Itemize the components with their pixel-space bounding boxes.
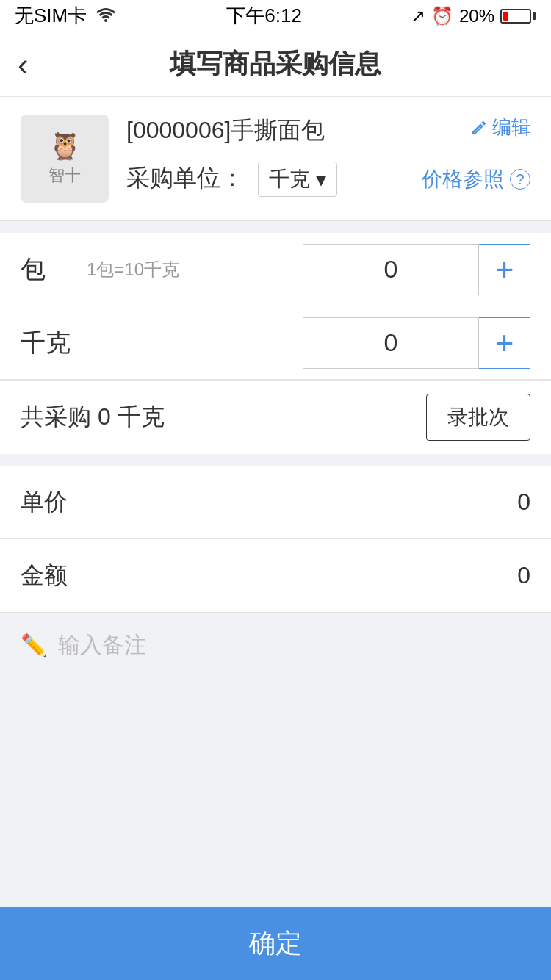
unit-price-label: 单价 xyxy=(21,486,68,519)
summary-section: 共采购 0 千克 录批次 xyxy=(0,380,551,454)
bag-label: 包 xyxy=(21,253,79,287)
input-section: 包 1包=10千克 + 千克 + xyxy=(0,233,551,380)
amount-value: 0 xyxy=(517,562,530,589)
unit-value: 千克 xyxy=(269,165,310,193)
unit-label: 采购单位： xyxy=(126,165,244,191)
edit-label: 编辑 xyxy=(492,115,530,140)
product-logo-icon: 🦉 xyxy=(48,131,82,162)
kg-quantity-input[interactable] xyxy=(303,317,479,369)
kg-plus-button[interactable]: + xyxy=(479,317,530,369)
unit-select[interactable]: 千克 ▾ xyxy=(258,162,337,197)
summary-row: 共采购 0 千克 录批次 xyxy=(0,381,551,454)
kg-input-group: + xyxy=(303,317,530,369)
product-name: [0000006]手撕面包 xyxy=(126,115,325,147)
section-divider-2 xyxy=(0,454,551,466)
product-logo-text: 智十 xyxy=(48,165,81,187)
batch-button[interactable]: 录批次 xyxy=(426,394,530,441)
wifi-icon xyxy=(94,4,118,27)
product-header: [0000006]手撕面包 编辑 xyxy=(126,115,530,147)
product-image: 🦉 智十 xyxy=(21,115,109,203)
kg-input-row: 千克 + xyxy=(0,306,551,380)
kg-label: 千克 xyxy=(21,326,79,360)
remark-section[interactable]: ✏️ 输入备注 xyxy=(0,613,551,678)
carrier-text: 无SIM卡 xyxy=(15,3,87,29)
bag-input-row: 包 1包=10千克 + xyxy=(0,233,551,306)
confirm-label: 确定 xyxy=(249,926,302,962)
unit-price-row: 单价 0 xyxy=(0,466,551,539)
summary-text: 共采购 0 千克 xyxy=(21,401,165,433)
battery-percent: 20% xyxy=(459,6,494,26)
bag-input-group: + xyxy=(303,244,530,295)
section-divider-1 xyxy=(0,221,551,233)
help-icon: ? xyxy=(510,169,530,190)
content-filler xyxy=(0,678,551,898)
battery-icon xyxy=(500,9,536,24)
status-bar: 无SIM卡 下午6:12 ↗ ⏰ 20% xyxy=(0,0,551,32)
price-section: 单价 0 金额 0 xyxy=(0,466,551,613)
alarm-icon: ⏰ xyxy=(431,6,453,26)
unit-price-value: 0 xyxy=(517,489,530,516)
nav-bar: ‹ 填写商品采购信息 xyxy=(0,32,551,97)
confirm-button[interactable]: 确定 xyxy=(0,907,551,980)
product-unit-row: 采购单位： 千克 ▾ 价格参照 ? xyxy=(126,162,530,197)
price-ref-button[interactable]: 价格参照 ? xyxy=(422,165,530,193)
status-bar-left: 无SIM卡 xyxy=(15,3,118,29)
product-card: 🦉 智十 [0000006]手撕面包 编辑 采购单位： 千克 ▾ xyxy=(0,97,551,221)
remark-placeholder: 输入备注 xyxy=(58,630,146,660)
edit-button[interactable]: 编辑 xyxy=(470,115,530,140)
bag-plus-button[interactable]: + xyxy=(479,244,530,295)
status-bar-right: ↗ ⏰ 20% xyxy=(411,6,536,26)
chevron-down-icon: ▾ xyxy=(316,167,326,192)
unit-label-group: 采购单位： 千克 ▾ xyxy=(126,162,337,197)
amount-label: 金额 xyxy=(21,560,68,592)
bag-quantity-input[interactable] xyxy=(303,244,479,295)
bag-sub-label: 1包=10千克 xyxy=(87,258,303,281)
location-icon: ↗ xyxy=(411,6,425,26)
pencil-icon: ✏️ xyxy=(21,633,48,658)
time-display: 下午6:12 xyxy=(226,3,302,29)
product-info: [0000006]手撕面包 编辑 采购单位： 千克 ▾ 价格参照 ? xyxy=(126,115,530,197)
amount-row: 金额 0 xyxy=(0,539,551,613)
price-ref-label: 价格参照 xyxy=(422,165,504,193)
page-title: 填写商品采购信息 xyxy=(170,46,381,82)
back-button[interactable]: ‹ xyxy=(18,48,29,81)
